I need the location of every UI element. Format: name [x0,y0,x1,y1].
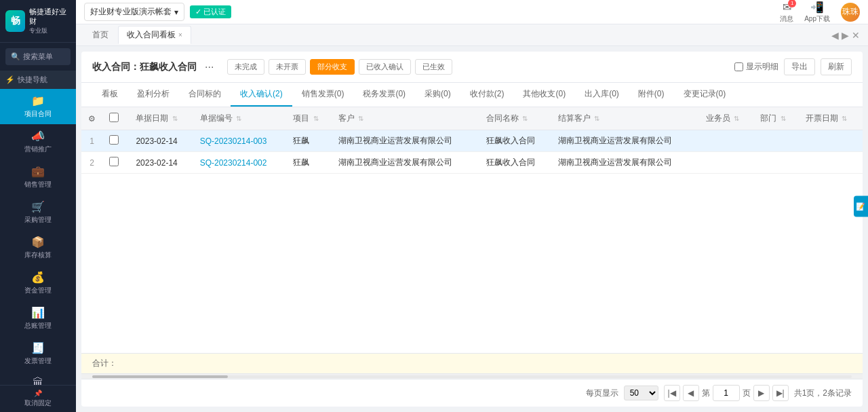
row-order-2[interactable]: SQ-20230214-002 [193,152,287,174]
refresh-button[interactable]: 刷新 [821,58,852,75]
data-table-area: ⚙ 单据日期 ⇅ 单据编号 ⇅ 项目 ⇅ 客户 ⇅ 合同名称 ⇅ 结算客户 ⇅ … [81,107,863,353]
tab-other-income[interactable]: 其他收支(0) [513,83,575,107]
total-records-info: 共1页，2条记录 [794,388,852,399]
contract-header: 收入合同：狂飙收入合同 ··· 未完成 未开票 部分收支 已收入确认 已生效 显… [81,52,863,83]
row-checkbox-1[interactable] [102,130,129,152]
show-detail-checkbox[interactable]: 显示明细 [734,61,778,73]
col-salesperson[interactable]: 业务员 ⇅ [699,107,753,130]
quick-nav-button[interactable]: ⚡ 快捷导航 [0,71,76,89]
select-all-checkbox[interactable] [109,113,119,122]
scroll-track [92,375,852,378]
sidebar-search-area: 🔍 搜索菜单 [0,43,76,71]
per-page-select[interactable]: 50 10 20 100 [624,386,658,400]
topbar: 好业财专业版演示帐套 ▾ ✓ 已认证 ✉ 消息 1 📲 App下载 珠珠 [76,0,868,24]
page-last-button[interactable]: ▶| [772,385,789,401]
sidebar-item-finance[interactable]: 💰 资金管理 [0,265,76,301]
right-float-panel[interactable]: 📝 [854,195,868,217]
verified-badge: ✓ 已认证 [190,5,231,18]
page-next-button[interactable]: ▶ [753,385,770,401]
lightning-icon: ⚡ [5,75,15,84]
user-avatar[interactable]: 珠珠 [841,3,860,22]
row-num-2: 2 [81,152,102,174]
tab-change-log[interactable]: 变更记录(0) [674,83,736,107]
status-uninvoiced-button[interactable]: 未开票 [269,59,306,75]
page-prev-button[interactable]: ◀ [683,385,699,401]
row-billing-1: 湖南卫视商业运营发展有限公司 [551,130,699,152]
tab-subject[interactable]: 合同标的 [179,83,231,107]
ledger-icon: 📊 [31,306,45,319]
tab-payment[interactable]: 收付款(2) [460,83,514,107]
detail-checkbox-input[interactable] [734,62,743,71]
row-contract-1: 狂飙收入合同 [479,130,552,152]
sidebar-item-marketing[interactable]: 📣 营销推广 [0,124,76,160]
page-first-button[interactable]: |◀ [664,385,680,401]
horizontal-scrollbar[interactable] [81,373,863,379]
sort-icon-date: ⇅ [172,115,178,122]
search-menu-button[interactable]: 🔍 搜索菜单 [5,48,71,65]
col-date[interactable]: 单据日期 ⇅ [129,107,193,130]
sidebar-item-purchase[interactable]: 🛒 采购管理 [0,195,76,230]
more-options-button[interactable]: ··· [205,61,214,73]
logo-text: 畅捷通好业财 专业版 [29,7,71,35]
sidebar-item-inventory[interactable]: 📦 库存核算 [0,230,76,265]
table-row[interactable]: 2 2023-02-14 SQ-20230214-002 狂飙 湖南卫视商业运营… [81,152,863,174]
company-selector[interactable]: 好业财专业版演示帐套 ▾ [84,3,184,21]
status-partial-button[interactable]: 部分收支 [310,59,355,75]
invoice-icon: 🧾 [31,341,45,354]
chevron-down-icon: ▾ [174,7,178,17]
col-project[interactable]: 项目 ⇅ [286,107,331,130]
sidebar-item-ledger[interactable]: 📊 总账管理 [0,301,76,336]
tab-revenue-confirm[interactable]: 收入确认(2) [231,83,292,107]
tab-attachment[interactable]: 附件(0) [629,83,674,107]
tab-sales-invoice[interactable]: 销售发票(0) [292,83,354,107]
app-download-button[interactable]: 📲 App下载 [804,1,830,24]
status-incomplete-button[interactable]: 未完成 [227,59,264,75]
tab-contract-board[interactable]: 收入合同看板 × [118,26,191,44]
tab-close-all-button[interactable]: ✕ [852,30,860,41]
unpin-button[interactable]: 📌 取消固定 [0,386,76,412]
row-date-2: 2023-02-14 [129,152,193,174]
tab-profit[interactable]: 盈利分析 [127,83,179,107]
col-invoice-date[interactable]: 开票日期 ⇅ [799,107,863,130]
app-logo: 畅 畅捷通好业财 专业版 [0,0,76,43]
sales-icon: 💼 [31,165,45,178]
topbar-right: ✉ 消息 1 📲 App下载 珠珠 [780,1,860,24]
col-customer[interactable]: 客户 ⇅ [332,107,479,130]
checkbox-col-header[interactable] [102,107,129,130]
export-button[interactable]: 导出 [784,58,815,75]
row-invoice-date-1 [799,130,863,152]
row-order-1[interactable]: SQ-20230214-003 [193,130,287,152]
tab-purchase[interactable]: 采购(0) [415,83,460,107]
sidebar-item-tax[interactable]: 🏛 税务管理 [0,371,76,385]
settings-col-header[interactable]: ⚙ [81,107,102,130]
tab-tax-invoice[interactable]: 税务发票(0) [353,83,415,107]
table-header-row: ⚙ 单据日期 ⇅ 单据编号 ⇅ 项目 ⇅ 客户 ⇅ 合同名称 ⇅ 结算客户 ⇅ … [81,107,863,130]
scroll-thumb[interactable] [92,375,228,378]
status-confirmed-button[interactable]: 已收入确认 [359,59,411,75]
message-button[interactable]: ✉ 消息 1 [780,1,793,24]
table-row[interactable]: 1 2023-02-14 SQ-20230214-003 狂飙 湖南卫视商业运营… [81,130,863,152]
row-contract-2: 狂飙收入合同 [479,152,552,174]
page-number-input[interactable]: 1 [713,385,740,401]
col-order-no[interactable]: 单据编号 ⇅ [193,107,287,130]
col-billing-customer[interactable]: 结算客户 ⇅ [551,107,699,130]
tab-prev-button[interactable]: ◀ [831,30,839,41]
col-department[interactable]: 部门 ⇅ [753,107,798,130]
sort-icon-customer: ⇅ [358,115,363,122]
sidebar-item-project[interactable]: 📁 项目合同 [0,89,76,124]
tab-warehouse[interactable]: 出入库(0) [575,83,629,107]
tab-close-button[interactable]: × [178,31,182,39]
header-right-actions: 显示明细 导出 刷新 [734,58,852,75]
tab-kanban[interactable]: 看板 [92,83,127,107]
col-contract-name[interactable]: 合同名称 ⇅ [479,107,552,130]
contract-title: 收入合同：狂飙收入合同 [92,61,197,73]
main-content: 好业财专业版演示帐套 ▾ ✓ 已认证 ✉ 消息 1 📲 App下载 珠珠 首页 [76,0,868,412]
sidebar-item-sales[interactable]: 💼 销售管理 [0,160,76,195]
status-active-button[interactable]: 已生效 [415,59,452,75]
page-total-label: 页 [743,388,751,399]
tab-home[interactable]: 首页 [84,26,117,43]
check-icon: ✓ [195,7,201,16]
tab-next-button[interactable]: ▶ [842,30,849,41]
row-checkbox-2[interactable] [102,152,129,174]
sidebar-item-invoice[interactable]: 🧾 发票管理 [0,336,76,371]
